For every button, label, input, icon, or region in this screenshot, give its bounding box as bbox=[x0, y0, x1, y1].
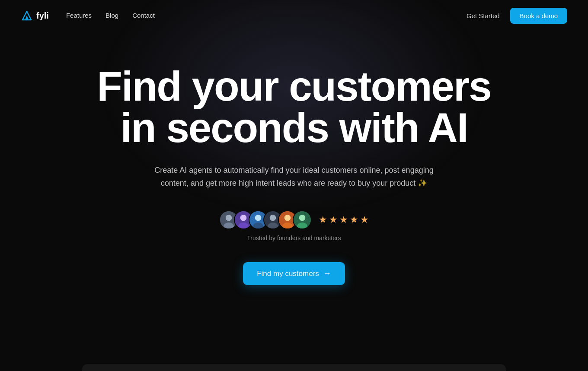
nav-right: Get Started Book a demo bbox=[465, 8, 567, 24]
avatar-group bbox=[219, 210, 312, 229]
nav-left: fyli Features Blog Contact bbox=[21, 10, 155, 22]
nav-links: Features Blog Contact bbox=[66, 12, 155, 19]
avatars-stars-row: ★ ★ ★ ★ ★ bbox=[219, 210, 369, 229]
star-3: ★ bbox=[339, 214, 348, 225]
cta-container: Find my customers → bbox=[243, 262, 345, 285]
nav-item-blog: Blog bbox=[105, 12, 118, 19]
nav-link-features[interactable]: Features bbox=[66, 12, 92, 19]
page-wrapper: fyli Features Blog Contact Get Started B… bbox=[0, 0, 588, 371]
svg-marker-1 bbox=[25, 16, 29, 20]
social-proof: ★ ★ ★ ★ ★ Trusted by founders and market… bbox=[219, 210, 369, 241]
cta-arrow-icon: → bbox=[323, 269, 331, 278]
book-demo-button[interactable]: Book a demo bbox=[510, 8, 567, 24]
navbar: fyli Features Blog Contact Get Started B… bbox=[0, 0, 588, 31]
star-2: ★ bbox=[329, 214, 338, 225]
star-4: ★ bbox=[350, 214, 358, 225]
hero-subtitle: Create AI agents to automatically find y… bbox=[147, 164, 441, 190]
logo-icon bbox=[21, 10, 33, 22]
star-1: ★ bbox=[319, 214, 327, 225]
hero-title-line1: Find your customers bbox=[97, 63, 491, 109]
star-rating: ★ ★ ★ ★ ★ bbox=[319, 214, 369, 225]
hero-title: Find your customers in seconds with AI bbox=[97, 66, 491, 149]
star-5: ★ bbox=[360, 214, 369, 225]
avatar-6 bbox=[293, 210, 312, 229]
logo-text: fyli bbox=[36, 11, 49, 21]
find-customers-button[interactable]: Find my customers → bbox=[243, 262, 345, 285]
hero-section: Find your customers in seconds with AI C… bbox=[0, 31, 588, 285]
logo-link[interactable]: fyli bbox=[21, 10, 49, 22]
nav-link-blog[interactable]: Blog bbox=[105, 12, 118, 19]
nav-item-contact: Contact bbox=[132, 12, 155, 19]
nav-link-contact[interactable]: Contact bbox=[132, 12, 155, 19]
hero-title-line2: in seconds with AI bbox=[120, 105, 467, 151]
cta-label: Find my customers bbox=[257, 270, 319, 278]
get-started-button[interactable]: Get Started bbox=[465, 9, 502, 23]
nav-item-features: Features bbox=[66, 12, 92, 19]
bottom-bar-hint bbox=[82, 364, 506, 371]
trusted-text: Trusted by founders and marketers bbox=[247, 235, 341, 241]
